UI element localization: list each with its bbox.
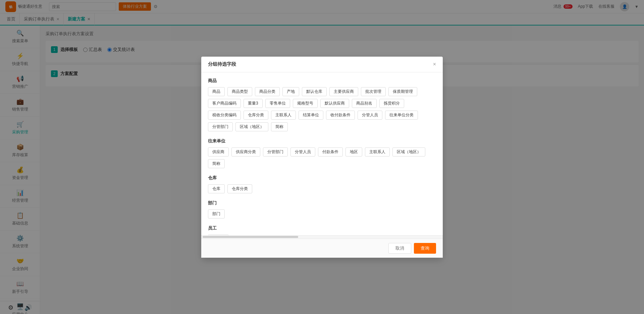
modal-hscrollbar[interactable] bbox=[201, 235, 443, 238]
field-tag-0-21[interactable]: 往来单位分类 bbox=[385, 111, 418, 120]
field-tags-0: 商品商品类型商品分类产地默认仓库主要供应商批次管理保质期管理客户商品编码重量3零… bbox=[208, 87, 436, 131]
field-tags-3: 部门 bbox=[208, 209, 436, 218]
field-tag-0-24[interactable]: 简称 bbox=[271, 122, 288, 131]
field-tag-0-22[interactable]: 分管部门 bbox=[208, 122, 233, 131]
field-select-modal: 分组待选字段 × 商品商品商品类型商品分类产地默认仓库主要供应商批次管理保质期管… bbox=[201, 57, 443, 258]
field-tag-1-7[interactable]: 区域（地区） bbox=[392, 147, 425, 156]
field-tag-0-17[interactable]: 主联系人 bbox=[271, 111, 296, 120]
modal-footer: 取消 查询 bbox=[201, 239, 443, 258]
field-group-2: 仓库仓库仓库分类 bbox=[208, 175, 436, 193]
field-tag-2-0[interactable]: 仓库 bbox=[208, 184, 225, 193]
field-group-title-4: 员工 bbox=[208, 225, 436, 231]
field-tag-1-3[interactable]: 分管人员 bbox=[290, 147, 315, 156]
field-tag-0-5[interactable]: 主要供应商 bbox=[329, 87, 358, 96]
field-tag-0-16[interactable]: 仓库分类 bbox=[244, 111, 268, 120]
field-tag-0-2[interactable]: 商品分类 bbox=[255, 87, 280, 96]
field-group-4: 员工业务员 bbox=[208, 225, 436, 236]
field-tag-0-9[interactable]: 重量3 bbox=[244, 99, 263, 108]
field-tag-0-11[interactable]: 规格型号 bbox=[293, 99, 318, 108]
field-tag-0-4[interactable]: 默认仓库 bbox=[302, 87, 327, 96]
field-tag-0-10[interactable]: 零售单位 bbox=[265, 99, 290, 108]
field-tag-0-14[interactable]: 拣货积分 bbox=[379, 99, 404, 108]
confirm-button[interactable]: 查询 bbox=[414, 243, 436, 254]
field-tag-1-1[interactable]: 供应商分类 bbox=[231, 147, 260, 156]
modal-overlay: 分组待选字段 × 商品商品商品类型商品分类产地默认仓库主要供应商批次管理保质期管… bbox=[0, 0, 644, 314]
modal-header: 分组待选字段 × bbox=[201, 57, 443, 72]
field-tag-0-20[interactable]: 分管人员 bbox=[358, 111, 382, 120]
field-tag-0-23[interactable]: 区域（地区） bbox=[235, 122, 268, 131]
modal-body: 商品商品商品类型商品分类产地默认仓库主要供应商批次管理保质期管理客户商品编码重量… bbox=[201, 72, 443, 236]
field-tag-0-7[interactable]: 保质期管理 bbox=[388, 87, 417, 96]
hscroll-thumb bbox=[203, 236, 298, 238]
field-tag-0-6[interactable]: 批次管理 bbox=[361, 87, 386, 96]
cancel-button[interactable]: 取消 bbox=[388, 243, 411, 254]
field-tag-1-0[interactable]: 供应商 bbox=[208, 147, 229, 156]
field-tag-0-15[interactable]: 税收分类编码 bbox=[208, 111, 241, 120]
field-tag-1-4[interactable]: 付款条件 bbox=[318, 147, 343, 156]
field-tag-1-5[interactable]: 地区 bbox=[345, 147, 362, 156]
field-tag-3-0[interactable]: 部门 bbox=[208, 209, 225, 218]
field-tag-0-8[interactable]: 客户商品编码 bbox=[208, 99, 241, 108]
field-tag-1-2[interactable]: 分管部门 bbox=[263, 147, 288, 156]
field-tag-0-18[interactable]: 结算单位 bbox=[299, 111, 323, 120]
field-tag-0-0[interactable]: 商品 bbox=[208, 87, 225, 96]
field-tag-0-19[interactable]: 收付款条件 bbox=[326, 111, 355, 120]
field-tag-1-8[interactable]: 简称 bbox=[208, 159, 225, 168]
field-tag-0-12[interactable]: 默认供应商 bbox=[320, 99, 349, 108]
field-group-title-3: 部门 bbox=[208, 200, 436, 206]
field-tag-0-13[interactable]: 商品别名 bbox=[352, 99, 377, 108]
field-group-3: 部门部门 bbox=[208, 200, 436, 218]
field-group-title-1: 往来单位 bbox=[208, 138, 436, 144]
field-group-1: 往来单位供应商供应商分类分管部门分管人员付款条件地区主联系人区域（地区）简称 bbox=[208, 138, 436, 168]
field-tag-0-3[interactable]: 产地 bbox=[282, 87, 299, 96]
modal-close-btn[interactable]: × bbox=[433, 61, 436, 67]
field-group-0: 商品商品商品类型商品分类产地默认仓库主要供应商批次管理保质期管理客户商品编码重量… bbox=[208, 78, 436, 131]
field-tag-1-6[interactable]: 主联系人 bbox=[365, 147, 390, 156]
field-tags-2: 仓库仓库分类 bbox=[208, 184, 436, 193]
field-tags-1: 供应商供应商分类分管部门分管人员付款条件地区主联系人区域（地区）简称 bbox=[208, 147, 436, 168]
modal-title: 分组待选字段 bbox=[208, 61, 236, 67]
field-group-title-2: 仓库 bbox=[208, 175, 436, 181]
field-group-title-0: 商品 bbox=[208, 78, 436, 84]
field-tag-2-1[interactable]: 仓库分类 bbox=[227, 184, 252, 193]
field-tag-0-1[interactable]: 商品类型 bbox=[227, 87, 252, 96]
